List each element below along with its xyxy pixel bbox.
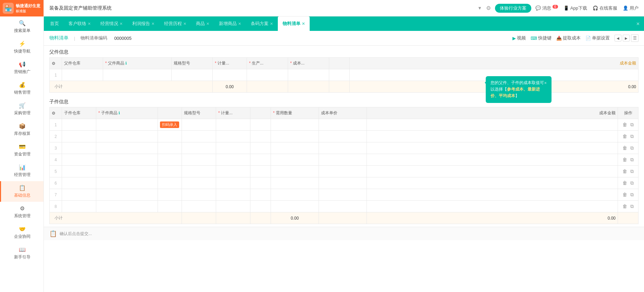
tab-close-6[interactable]: ✕: [238, 22, 241, 26]
child-product-2[interactable]: [96, 131, 158, 142]
child-delete-btn-3[interactable]: 🗑: [621, 144, 628, 151]
nav-next-btn[interactable]: ▶: [623, 35, 630, 42]
child-quantity-1[interactable]: [271, 119, 319, 131]
sidebar-item-purchase[interactable]: 🛒采购管理: [0, 99, 44, 119]
menu-icon-btn[interactable]: ☰: [631, 34, 639, 42]
child-unit-8[interactable]: [216, 201, 250, 212]
child-unit-4[interactable]: [216, 154, 250, 166]
child-warehouse-5[interactable]: [62, 166, 96, 177]
child-extra-2[interactable]: [250, 131, 271, 142]
tab-close-2[interactable]: ✕: [120, 22, 123, 26]
child-quantity-7[interactable]: [271, 189, 319, 201]
parent-product-1[interactable]: [103, 69, 172, 81]
child-unitprice-7[interactable]: [319, 189, 367, 201]
sidebar-item-guide[interactable]: 📖新手引导: [0, 243, 44, 264]
child-delete-btn-4[interactable]: 🗑: [621, 156, 628, 163]
child-spec-5[interactable]: [182, 166, 216, 177]
child-spec-1[interactable]: [182, 119, 216, 131]
child-unit-1[interactable]: [216, 119, 250, 131]
child-extra-8[interactable]: [250, 201, 271, 212]
scan-input-btn[interactable]: 扫码录入: [160, 121, 179, 128]
child-spec-6[interactable]: [182, 177, 216, 189]
tab-2[interactable]: 经营情况 ✕: [96, 16, 127, 31]
child-warehouse-8[interactable]: [62, 201, 96, 212]
child-delete-btn-5[interactable]: 🗑: [621, 168, 628, 175]
child-unitprice-4[interactable]: [319, 154, 367, 166]
child-copy-btn-8[interactable]: ⧉: [629, 203, 635, 210]
child-product-1[interactable]: [96, 119, 158, 131]
tab-3[interactable]: 利润报告 ✕: [127, 16, 159, 31]
child-extra-3[interactable]: [250, 142, 271, 154]
child-extra-1[interactable]: [250, 119, 271, 131]
tab-0[interactable]: 首页: [45, 16, 64, 31]
tooltip-close-btn[interactable]: ×: [544, 80, 547, 87]
shortcut-action[interactable]: ⌨ 快捷键: [531, 35, 552, 41]
trial-btn[interactable]: 体验行业方案: [495, 4, 531, 13]
child-unitprice-1[interactable]: [319, 119, 367, 131]
sidebar-item-sales[interactable]: 💰销售管理: [0, 78, 44, 99]
sidebar-item-finance[interactable]: 💳资金管理: [0, 140, 44, 161]
child-product-7[interactable]: [96, 189, 158, 201]
message-action[interactable]: 💬 消息 6: [535, 5, 558, 11]
child-copy-btn-6[interactable]: ⧉: [629, 179, 635, 187]
child-warehouse-3[interactable]: [62, 142, 96, 154]
child-warehouse-7[interactable]: [62, 189, 96, 201]
child-product-6[interactable]: [96, 177, 158, 189]
close-all-icon[interactable]: ✕: [633, 21, 643, 26]
child-spec-8[interactable]: [182, 201, 216, 212]
parent-cost-1[interactable]: [288, 69, 329, 81]
child-delete-btn-2[interactable]: 🗑: [621, 133, 628, 140]
sidebar-item-operation[interactable]: 📊经营管理: [0, 161, 44, 181]
child-unit-3[interactable]: [216, 142, 250, 154]
child-quantity-4[interactable]: [271, 154, 319, 166]
child-warehouse-2[interactable]: [62, 131, 96, 142]
tab-5[interactable]: 商品 ✕: [191, 16, 214, 31]
child-warehouse-6[interactable]: [62, 177, 96, 189]
child-quantity-2[interactable]: [271, 131, 319, 142]
tab-close-3[interactable]: ✕: [151, 22, 154, 26]
parent-produce-1[interactable]: [247, 69, 288, 81]
child-delete-btn-1[interactable]: 🗑: [621, 121, 628, 128]
parent-extra-1[interactable]: [329, 69, 350, 81]
child-unit-2[interactable]: [216, 131, 250, 142]
child-delete-btn-8[interactable]: 🗑: [621, 203, 628, 210]
child-quantity-5[interactable]: [271, 166, 319, 177]
sidebar-item-inventory[interactable]: 📦库存核算: [0, 119, 44, 140]
parent-unit-1[interactable]: [213, 69, 247, 81]
child-extra-7[interactable]: [250, 189, 271, 201]
parent-spec-1[interactable]: [172, 69, 213, 81]
child-copy-btn-2[interactable]: ⧉: [629, 133, 635, 140]
child-quantity-8[interactable]: [271, 201, 319, 212]
parent-warehouse-1[interactable]: [62, 69, 103, 81]
child-product-4[interactable]: [96, 154, 158, 166]
child-product-5[interactable]: [96, 166, 158, 177]
child-product-8[interactable]: [96, 201, 158, 212]
child-col-settings[interactable]: ⚙: [50, 107, 62, 119]
tab-7[interactable]: 条码方案 ✕: [246, 16, 278, 31]
tab-close-4[interactable]: ✕: [183, 22, 186, 26]
child-extra-6[interactable]: [250, 177, 271, 189]
tab-8[interactable]: 物料清单 ✕: [278, 16, 310, 31]
child-copy-btn-5[interactable]: ⧉: [629, 168, 635, 175]
extract-cost-action[interactable]: 📥 提取成本: [556, 35, 581, 41]
child-unit-7[interactable]: [216, 189, 250, 201]
child-unitprice-5[interactable]: [319, 166, 367, 177]
child-product-3[interactable]: [96, 142, 158, 154]
sidebar-item-enterprise[interactable]: 🤝企业协同: [0, 222, 44, 243]
child-unit-5[interactable]: [216, 166, 250, 177]
child-quantity-3[interactable]: [271, 142, 319, 154]
tab-1[interactable]: 客户联络 ✕: [64, 16, 96, 31]
sidebar-item-quick-nav[interactable]: ⚡快捷导航: [0, 37, 44, 58]
sidebar-item-search[interactable]: 🔍搜索菜单: [0, 16, 44, 37]
child-unit-6[interactable]: [216, 177, 250, 189]
child-unitprice-2[interactable]: [319, 131, 367, 142]
sidebar-item-system[interactable]: ⚙系统管理: [0, 202, 44, 222]
app-download-action[interactable]: 📱 App下载: [564, 5, 587, 11]
parent-col-settings[interactable]: ⚙: [50, 58, 62, 69]
child-spec-2[interactable]: [182, 131, 216, 142]
child-warehouse-1[interactable]: [62, 119, 96, 131]
child-extra-5[interactable]: [250, 166, 271, 177]
child-spec-3[interactable]: [182, 142, 216, 154]
tab-4[interactable]: 经营历程 ✕: [159, 16, 191, 31]
video-action[interactable]: ▶ 视频: [512, 35, 526, 41]
